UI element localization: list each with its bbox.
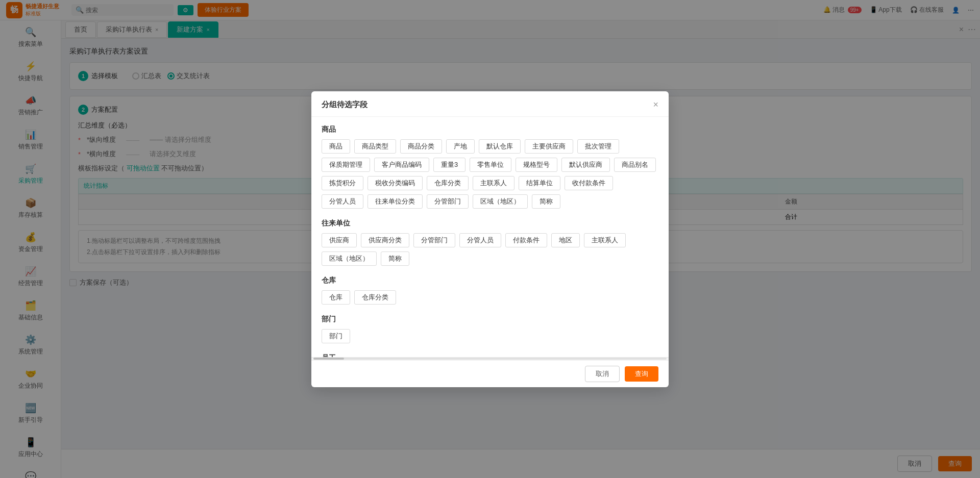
field-tag[interactable]: 仓库 [322,290,350,305]
field-tag[interactable]: 分管人员 [459,233,501,247]
field-tag[interactable]: 默认仓库 [479,139,521,154]
field-tag[interactable]: 分管部门 [413,233,455,247]
field-tag[interactable]: 收付款条件 [565,176,613,190]
field-tag[interactable]: 仓库分类 [354,290,396,305]
field-tag[interactable]: 付款条件 [505,233,547,247]
field-group-goods: 商品 商品 商品类型 商品分类 产地 默认仓库 主要供应商 批次管理 保质期管理… [322,125,658,209]
field-group-warehouse: 仓库 仓库 仓库分类 [322,276,658,305]
field-tag[interactable]: 零售单位 [470,158,511,172]
modal-body: 商品 商品 商品类型 商品分类 产地 默认仓库 主要供应商 批次管理 保质期管理… [311,117,669,357]
field-group-partner-title: 往来单位 [322,219,658,228]
field-group-goods-title: 商品 [322,125,658,134]
field-tag[interactable]: 部门 [322,329,350,343]
field-group-staff-title: 员工 [322,354,658,357]
scroll-thumb [313,358,344,360]
field-tag[interactable]: 区域（地区） [473,194,528,209]
modal-overlay[interactable]: 分组待选字段 × 商品 商品 商品类型 商品分类 产地 默认仓库 主要供应商 批… [0,0,980,478]
field-tag[interactable]: 主要供应商 [525,139,573,154]
field-tag[interactable]: 简称 [381,251,409,266]
modal-close-icon[interactable]: × [653,99,658,110]
field-tag[interactable]: 简称 [532,194,560,209]
field-tag[interactable]: 结算单位 [519,176,560,190]
warehouse-field-tags: 仓库 仓库分类 [322,290,658,305]
field-tag[interactable]: 产地 [446,139,475,154]
field-group-partner: 往来单位 供应商 供应商分类 分管部门 分管人员 付款条件 地区 主联系人 区域… [322,219,658,266]
field-group-staff: 员工 业务员 [322,354,658,357]
modal-horizontal-scrollbar[interactable] [311,357,669,360]
field-tag[interactable]: 税收分类编码 [368,176,423,190]
field-tag[interactable]: 主联系人 [473,176,514,190]
field-tag[interactable]: 保质期管理 [322,158,370,172]
partner-field-tags: 供应商 供应商分类 分管部门 分管人员 付款条件 地区 主联系人 区域（地区） … [322,233,658,266]
department-field-tags: 部门 [322,329,658,343]
field-tag[interactable]: 分管人员 [322,194,363,209]
modal-title: 分组待选字段 [322,100,368,110]
modal-dialog: 分组待选字段 × 商品 商品 商品类型 商品分类 产地 默认仓库 主要供应商 批… [311,91,669,387]
modal-cancel-button[interactable]: 取消 [585,366,620,382]
field-tag[interactable]: 商品 [322,139,350,154]
field-tag[interactable]: 重量3 [433,158,465,172]
field-tag[interactable]: 拣货积分 [322,176,363,190]
field-tag[interactable]: 主联系人 [584,233,626,247]
field-tag[interactable]: 客户商品编码 [374,158,429,172]
field-tag[interactable]: 区域（地区） [322,251,377,266]
field-group-department: 部门 部门 [322,315,658,343]
scroll-track [313,358,667,360]
field-tag[interactable]: 商品类型 [354,139,396,154]
modal-header: 分组待选字段 × [311,91,669,117]
field-tag[interactable]: 默认供应商 [561,158,610,172]
field-tag[interactable]: 分管部门 [427,194,469,209]
field-tag[interactable]: 往来单位分类 [368,194,423,209]
field-tag[interactable]: 规格型号 [516,158,557,172]
modal-footer: 取消 查询 [311,360,669,387]
goods-field-tags: 商品 商品类型 商品分类 产地 默认仓库 主要供应商 批次管理 保质期管理 客户… [322,139,658,209]
field-tag[interactable]: 地区 [551,233,580,247]
field-group-warehouse-title: 仓库 [322,276,658,285]
field-tag[interactable]: 商品别名 [614,158,656,172]
field-tag[interactable]: 仓库分类 [427,176,469,190]
field-group-department-title: 部门 [322,315,658,324]
field-tag[interactable]: 批次管理 [577,139,619,154]
modal-confirm-button[interactable]: 查询 [625,366,658,382]
field-tag[interactable]: 供应商 [322,233,357,247]
field-tag[interactable]: 商品分类 [400,139,442,154]
field-tag[interactable]: 供应商分类 [361,233,409,247]
